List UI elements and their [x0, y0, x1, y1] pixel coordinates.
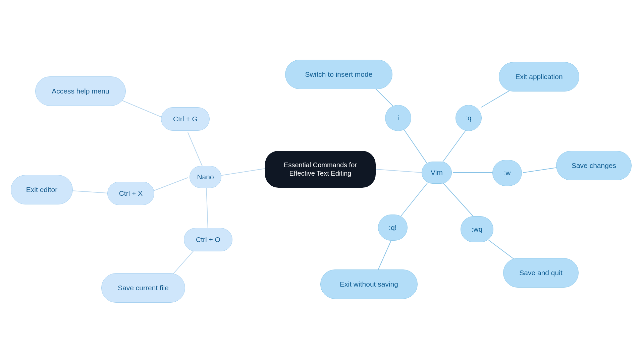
- node-vim-w[interactable]: :w: [492, 160, 522, 186]
- vim-q-label: :q: [466, 114, 472, 122]
- svg-line-9: [441, 127, 468, 164]
- vim-i-label: i: [397, 114, 399, 122]
- ctrl-g-label: Ctrl + G: [173, 115, 198, 123]
- node-ctrl-g-desc[interactable]: Access help menu: [35, 76, 126, 106]
- vim-wq-desc: Save and quit: [519, 268, 562, 277]
- node-ctrl-o-desc[interactable]: Save current file: [101, 273, 185, 303]
- root-node[interactable]: Essential Commands forEffective Text Edi…: [265, 151, 376, 188]
- node-ctrl-x-desc[interactable]: Exit editor: [11, 175, 73, 204]
- vim-q-desc: Exit application: [515, 72, 562, 81]
- branch-nano[interactable]: Nano: [190, 166, 221, 188]
- node-ctrl-o[interactable]: Ctrl + O: [184, 228, 232, 251]
- svg-line-8: [402, 127, 428, 164]
- node-vim-qbang[interactable]: :q!: [378, 215, 408, 241]
- vim-wq-label: :wq: [472, 225, 483, 234]
- nano-label: Nano: [197, 173, 214, 181]
- svg-line-5: [121, 100, 166, 119]
- vim-qbang-desc: Exit without saving: [340, 280, 398, 289]
- node-ctrl-g[interactable]: Ctrl + G: [161, 107, 210, 131]
- ctrl-x-desc: Exit editor: [26, 185, 57, 194]
- node-vim-w-desc[interactable]: Save changes: [556, 151, 632, 180]
- vim-qbang-label: :q!: [389, 223, 396, 232]
- ctrl-o-label: Ctrl + O: [196, 235, 220, 244]
- node-ctrl-x[interactable]: Ctrl + X: [107, 182, 154, 205]
- vim-w-label: :w: [504, 169, 511, 177]
- branch-vim[interactable]: Vim: [422, 162, 452, 184]
- node-vim-q[interactable]: :q: [455, 105, 482, 131]
- ctrl-o-desc: Save current file: [118, 284, 169, 292]
- svg-line-1: [376, 169, 423, 173]
- ctrl-g-desc: Access help menu: [52, 87, 109, 96]
- svg-line-17: [377, 241, 391, 271]
- vim-label: Vim: [431, 168, 443, 177]
- vim-i-desc: Switch to insert mode: [305, 70, 373, 79]
- svg-line-6: [67, 190, 107, 193]
- node-vim-i-desc[interactable]: Switch to insert mode: [285, 60, 392, 89]
- node-vim-wq-desc[interactable]: Save and quit: [503, 258, 579, 288]
- svg-line-12: [401, 183, 428, 216]
- svg-line-11: [443, 183, 475, 218]
- root-label: Essential Commands forEffective Text Edi…: [284, 161, 357, 178]
- svg-line-2: [188, 132, 204, 169]
- ctrl-x-label: Ctrl + X: [119, 189, 143, 198]
- mindmap-canvas: Essential Commands forEffective Text Edi…: [0, 0, 644, 363]
- svg-line-4: [206, 186, 208, 230]
- node-vim-qbang-desc[interactable]: Exit without saving: [320, 269, 418, 299]
- node-vim-i[interactable]: i: [385, 105, 411, 131]
- node-vim-wq[interactable]: :wq: [461, 216, 493, 242]
- svg-line-15: [523, 168, 557, 173]
- vim-w-desc: Save changes: [572, 161, 616, 170]
- node-vim-q-desc[interactable]: Exit application: [499, 62, 579, 92]
